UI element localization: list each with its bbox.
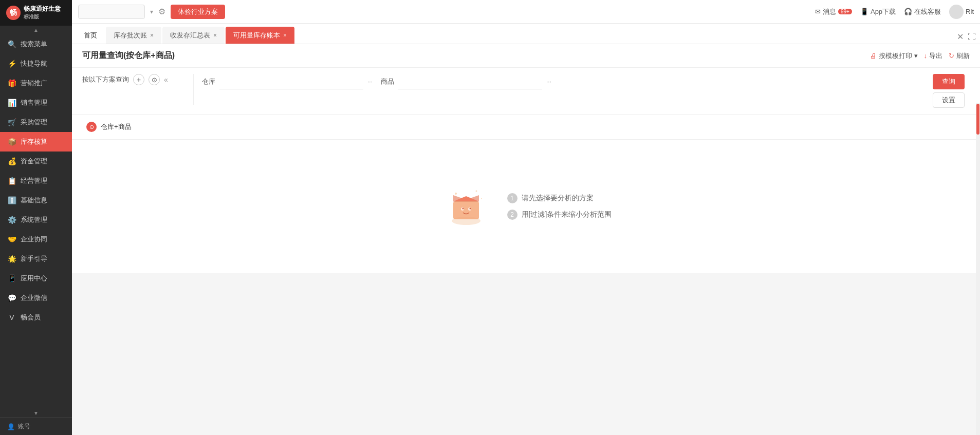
filter-add-button[interactable]: + (133, 74, 144, 85)
sidebar-item-member[interactable]: V 畅会员 (0, 308, 72, 327)
sidebar-item-purchase[interactable]: 🛒 采购管理 (0, 112, 72, 132)
empty-tip-2: 2 用[过滤]条件来缩小分析范围 (507, 210, 612, 220)
filter-fields: 仓库 ··· 商品 ··· (202, 74, 933, 89)
marketing-icon: 🎁 (7, 79, 16, 88)
query-button[interactable]: 查询 (933, 74, 965, 89)
print-action[interactable]: 🖨 按模板打印 ▾ (870, 51, 918, 61)
empty-illustration (440, 181, 492, 232)
tab-summary[interactable]: 收发存汇总表 × (162, 27, 225, 44)
sidebar-footer[interactable]: 👤 账号 (0, 418, 72, 435)
online-service-item[interactable]: 🎧 在线客服 (904, 7, 941, 16)
warehouse-input[interactable] (219, 74, 363, 89)
scheme-item[interactable]: ⊙ 仓库+商品 (82, 119, 970, 135)
tab-close-btn[interactable]: ✕ (957, 32, 964, 42)
tab-summary-close[interactable]: × (213, 32, 217, 39)
filter-collapse-button[interactable]: « (164, 75, 168, 84)
sidebar-item-appcenter-label: 应用中心 (21, 274, 47, 283)
sidebar-item-marketing[interactable]: 🎁 营销推广 (0, 73, 72, 93)
top-bar-gear-icon[interactable]: ⚙ (158, 7, 165, 16)
svg-point-8 (462, 208, 464, 210)
sidebar-item-sales-label: 销售管理 (21, 98, 47, 107)
tab-bar-actions: ✕ ⛶ (957, 32, 976, 44)
top-bar-chevron-icon[interactable]: ▾ (150, 8, 153, 15)
sidebar-item-corpwechat[interactable]: 💬 企业微信 (0, 288, 72, 308)
sidebar-item-system-label: 系统管理 (21, 215, 47, 224)
sidebar-item-search-label: 搜索菜单 (21, 40, 47, 49)
empty-state: 1 请先选择要分析的方案 2 用[过滤]条件来缩小分析范围 (72, 140, 980, 273)
finance-icon: 💰 (7, 157, 16, 166)
tip-1-text: 请先选择要分析的方案 (522, 194, 594, 203)
tab-available-close[interactable]: × (283, 32, 287, 39)
page-header-actions: 🖨 按模板打印 ▾ ↓ 导出 ↻ 刷新 (870, 51, 970, 61)
app-edition: 标准版 (24, 13, 61, 21)
sidebar-item-finance[interactable]: 💰 资金管理 (0, 152, 72, 171)
app-download-item[interactable]: 📱 App下载 (860, 7, 896, 16)
export-action[interactable]: ↓ 导出 (924, 51, 943, 61)
goods-more-btn[interactable]: ··· (546, 78, 551, 85)
sidebar-footer-icon: 👤 (7, 423, 15, 430)
sidebar-scroll-down[interactable]: ▼ (0, 409, 72, 418)
member-icon: V (7, 313, 16, 322)
tab-expand-btn[interactable]: ⛶ (968, 32, 976, 42)
tab-available[interactable]: 可用量库存账本 × (226, 27, 294, 44)
tip-2-num: 2 (507, 210, 517, 220)
phone-icon: 📱 (860, 8, 868, 15)
user-info[interactable]: Rit (949, 5, 974, 19)
sidebar-item-system[interactable]: ⚙️ 系统管理 (0, 210, 72, 230)
message-item[interactable]: ✉ 消息 99+ (815, 7, 852, 16)
page-header: 可用量查询(按仓库+商品) 🖨 按模板打印 ▾ ↓ 导出 ↻ 刷新 (72, 44, 980, 68)
export-icon: ↓ (924, 52, 928, 60)
sidebar-item-basic[interactable]: ℹ️ 基础信息 (0, 191, 72, 210)
tab-batch[interactable]: 库存批次账 × (106, 27, 161, 44)
filter-settings-button[interactable]: ⊙ (149, 74, 160, 85)
filter-row-1: 仓库 ··· 商品 ··· (202, 74, 933, 89)
sidebar-item-operation[interactable]: 📋 经营管理 (0, 171, 72, 191)
online-service-label: 在线客服 (914, 7, 941, 16)
user-avatar (949, 5, 964, 19)
warehouse-label: 仓库 (202, 77, 215, 86)
sidebar-item-enterprise-label: 企业协同 (21, 235, 47, 244)
right-scrollbar-thumb (976, 104, 979, 135)
sales-icon: 📊 (7, 98, 16, 107)
goods-input[interactable] (398, 74, 542, 89)
top-bar-right: ✉ 消息 99+ 📱 App下载 🎧 在线客服 Rit (815, 5, 974, 19)
svg-point-9 (469, 208, 471, 210)
top-bar-search-input[interactable] (78, 5, 145, 19)
sidebar-item-appcenter[interactable]: 📱 应用中心 (0, 269, 72, 288)
top-bar: ▾ ⚙ 体验行业方案 ✉ 消息 99+ 📱 App下载 🎧 在线客服 Rit (72, 0, 980, 24)
filter-field-goods: 商品 ··· (381, 74, 551, 89)
right-actions: 查询 设置 (933, 74, 970, 108)
sidebar-item-enterprise[interactable]: 🤝 企业协同 (0, 230, 72, 249)
scheme-item-label: 仓库+商品 (101, 122, 132, 131)
sidebar-item-marketing-label: 营销推广 (21, 79, 47, 88)
newuser-icon: 🌟 (7, 254, 16, 263)
sidebar-item-basic-label: 基础信息 (21, 196, 47, 205)
sidebar-scroll-up[interactable]: ▲ (0, 26, 72, 34)
tab-bar: 首页 库存批次账 × 收发存汇总表 × 可用量库存账本 × ✕ ⛶ (72, 24, 980, 44)
sidebar-header: 畅 畅康通好生意 标准版 (0, 0, 72, 26)
tab-batch-close[interactable]: × (150, 32, 154, 39)
app-logo: 畅 (6, 6, 21, 20)
industry-btn[interactable]: 体验行业方案 (171, 5, 225, 19)
sidebar-item-newuser[interactable]: 🌟 新手引导 (0, 249, 72, 269)
app-download-label: App下载 (871, 7, 896, 16)
sidebar-item-quicknav-label: 快捷导航 (21, 59, 47, 68)
system-icon: ⚙️ (7, 215, 16, 224)
sidebar-item-sales[interactable]: 📊 销售管理 (0, 93, 72, 112)
tab-available-label: 可用量库存账本 (233, 31, 280, 40)
right-scrollbar[interactable] (976, 103, 980, 435)
page-title: 可用量查询(按仓库+商品) (82, 50, 175, 61)
page-content: 可用量查询(按仓库+商品) 🖨 按模板打印 ▾ ↓ 导出 ↻ 刷新 (72, 44, 980, 435)
tab-home[interactable]: 首页 (76, 27, 105, 44)
tip-2-text: 用[过滤]条件来缩小分析范围 (522, 210, 612, 219)
sidebar-item-quicknav[interactable]: ⚡ 快捷导航 (0, 54, 72, 73)
warehouse-more-btn[interactable]: ··· (367, 78, 373, 85)
sidebar-item-inventory[interactable]: 📦 库存核算 (0, 132, 72, 152)
svg-point-11 (475, 191, 477, 192)
sidebar-item-search[interactable]: 🔍 搜索菜单 (0, 34, 72, 54)
settings-button[interactable]: 设置 (933, 92, 965, 108)
export-label: 导出 (929, 51, 942, 61)
refresh-action[interactable]: ↻ 刷新 (949, 51, 970, 61)
sidebar-nav: 🔍 搜索菜单 ⚡ 快捷导航 🎁 营销推广 📊 销售管理 🛒 采购管理 📦 库存核… (0, 34, 72, 409)
message-label: 消息 (823, 7, 836, 16)
